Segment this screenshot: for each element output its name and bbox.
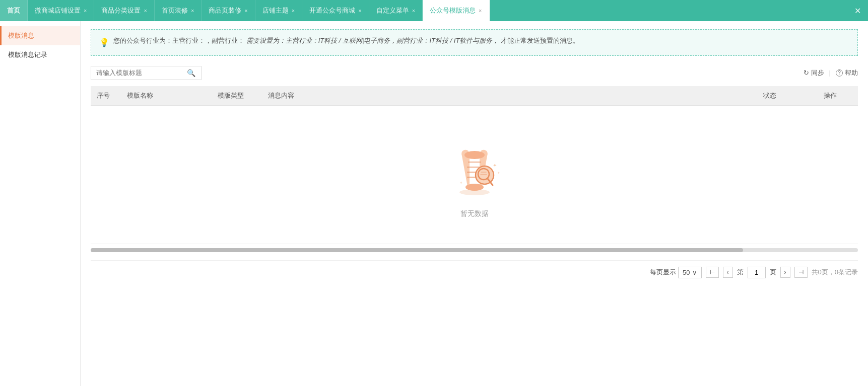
scrollbar-thumb[interactable] xyxy=(91,248,743,252)
notice-icon: 💡 xyxy=(99,36,109,49)
nav-tab-homepage-close[interactable]: × xyxy=(191,8,194,14)
last-page-button[interactable]: ⊣ xyxy=(794,267,808,278)
empty-state: ✦ ✦ ✦ 暂无数据 xyxy=(97,111,852,239)
nav-tab-homepage-label: 首页装修 xyxy=(162,6,188,15)
nav-tab-template-msg-close[interactable]: × xyxy=(479,8,482,14)
empty-state-cell: ✦ ✦ ✦ 暂无数据 xyxy=(91,105,858,244)
search-input-wrap[interactable]: 🔍 xyxy=(91,66,202,80)
notice-highlight: 需要设置为：主营行业：IT科技 / 互联网|电子商务，副营行业：IT科技 / I… xyxy=(246,37,499,44)
sync-label: 同步 xyxy=(811,68,824,78)
toolbar-divider: | xyxy=(829,69,831,76)
col-action: 操作 xyxy=(818,86,858,106)
nav-tab-product-page-close[interactable]: × xyxy=(244,8,247,14)
nav-tab-theme-close[interactable]: × xyxy=(292,8,295,14)
nav-tab-wechat-shop-label: 开通公众号商城 xyxy=(309,6,355,15)
col-content: 消息内容 xyxy=(262,86,757,106)
page-size-label: 每页显示 xyxy=(650,268,676,277)
sidebar-item-template-record-label: 模版消息记录 xyxy=(8,51,47,58)
col-type: 模版类型 xyxy=(212,86,262,106)
col-name: 模版名称 xyxy=(121,86,212,106)
nav-tab-custom-menu-label: 自定义菜单 xyxy=(376,6,409,15)
sync-icon: ↻ xyxy=(804,69,809,76)
empty-state-row: ✦ ✦ ✦ 暂无数据 xyxy=(91,105,858,244)
nav-tab-wshop[interactable]: 微商城店铺设置 × xyxy=(28,0,94,21)
col-index: 序号 xyxy=(91,86,121,106)
prev-page-button[interactable]: ‹ xyxy=(723,267,733,278)
nav-tab-homepage[interactable]: 首页装修 × xyxy=(155,0,202,21)
page-size-dropdown[interactable]: 50 ∨ xyxy=(678,267,701,278)
top-navigation: 首页 微商城店铺设置 × 商品分类设置 × 首页装修 × 商品页装修 × 店铺主… xyxy=(0,0,868,21)
col-status: 状态 xyxy=(757,86,818,106)
nav-tab-wechat-shop[interactable]: 开通公众号商城 × xyxy=(302,0,369,21)
nav-tab-template-msg[interactable]: 公众号模版消息 × xyxy=(423,0,489,21)
help-icon: ? xyxy=(836,69,843,76)
pagination-row: 每页显示 50 ∨ ⊢ ‹ 第 页 › ⊣ 共0页，0条记录 xyxy=(91,260,858,280)
svg-text:✦: ✦ xyxy=(493,163,497,168)
sidebar-item-template-record[interactable]: 模版消息记录 xyxy=(0,45,80,64)
chevron-down-icon: ∨ xyxy=(692,269,697,276)
horizontal-scrollbar[interactable] xyxy=(91,248,858,252)
total-info: 共0页，0条记录 xyxy=(812,268,858,277)
empty-illustration: ✦ ✦ ✦ xyxy=(444,141,505,201)
nav-tab-product-page[interactable]: 商品页装修 × xyxy=(202,0,255,21)
nav-tab-theme-label: 店铺主题 xyxy=(262,6,289,15)
nav-tab-product-page-label: 商品页装修 xyxy=(209,6,241,15)
help-label: 帮助 xyxy=(845,68,858,78)
notice-text: 您的公众号行业为：主营行业：，副营行业： 需要设置为：主营行业：IT科技 / 互… xyxy=(113,36,579,46)
sidebar-item-template-msg[interactable]: 模版消息 xyxy=(0,26,80,45)
nav-tab-category[interactable]: 商品分类设置 × xyxy=(94,0,154,21)
data-table: 序号 模版名称 模版类型 消息内容 状态 操作 xyxy=(91,86,858,244)
page-size-select: 每页显示 50 ∨ xyxy=(650,267,701,278)
first-page-button[interactable]: ⊢ xyxy=(706,267,719,278)
nav-tab-template-msg-label: 公众号模版消息 xyxy=(430,6,476,15)
nav-tab-home[interactable]: 首页 xyxy=(0,0,28,21)
sidebar: 模版消息 模版消息记录 xyxy=(0,21,81,386)
sidebar-item-template-msg-label: 模版消息 xyxy=(8,32,34,39)
notice-suffix: 才能正常发送预置的消息。 xyxy=(501,37,579,44)
nav-tab-theme[interactable]: 店铺主题 × xyxy=(255,0,302,21)
notice-box: 💡 您的公众号行业为：主营行业：，副营行业： 需要设置为：主营行业：IT科技 /… xyxy=(91,29,858,56)
help-button[interactable]: ? 帮助 xyxy=(836,68,858,78)
svg-text:✦: ✦ xyxy=(459,181,463,185)
empty-text: 暂无数据 xyxy=(460,209,489,218)
nav-tab-custom-menu-close[interactable]: × xyxy=(412,8,415,14)
table-header-row: 序号 模版名称 模版类型 消息内容 状态 操作 xyxy=(91,86,858,106)
toolbar-right: ↻ 同步 | ? 帮助 xyxy=(804,68,858,78)
nav-tab-home-label: 首页 xyxy=(7,6,20,15)
nav-tab-custom-menu[interactable]: 自定义菜单 × xyxy=(369,0,423,21)
svg-text:✦: ✦ xyxy=(497,171,500,175)
page-size-value: 50 xyxy=(683,269,690,276)
next-page-button[interactable]: › xyxy=(780,267,790,278)
main-layout: 模版消息 模版消息记录 💡 您的公众号行业为：主营行业：，副营行业： 需要设置为… xyxy=(0,21,868,386)
nav-tab-wechat-shop-close[interactable]: × xyxy=(358,8,361,14)
search-row: 🔍 ↻ 同步 | ? 帮助 xyxy=(91,66,858,80)
svg-point-1 xyxy=(464,151,485,159)
svg-point-2 xyxy=(465,184,484,191)
page-label-before: 第 xyxy=(737,268,744,277)
nav-tab-wshop-label: 微商城店铺设置 xyxy=(35,6,81,15)
nav-tab-category-label: 商品分类设置 xyxy=(101,6,141,15)
page-number-input[interactable] xyxy=(748,267,766,278)
sync-button[interactable]: ↻ 同步 xyxy=(804,68,824,78)
nav-tab-category-close[interactable]: × xyxy=(144,8,147,14)
nav-tab-wshop-close[interactable]: × xyxy=(84,8,87,14)
search-icon[interactable]: 🔍 xyxy=(187,69,195,77)
table-container: 序号 模版名称 模版类型 消息内容 状态 操作 xyxy=(91,86,858,256)
page-label-after: 页 xyxy=(770,268,776,277)
close-all-button[interactable]: ✕ xyxy=(847,6,868,16)
search-input[interactable] xyxy=(96,69,187,76)
content-area: 💡 您的公众号行业为：主营行业：，副营行业： 需要设置为：主营行业：IT科技 /… xyxy=(81,21,868,386)
notice-prefix: 您的公众号行业为：主营行业：，副营行业： xyxy=(113,37,244,44)
